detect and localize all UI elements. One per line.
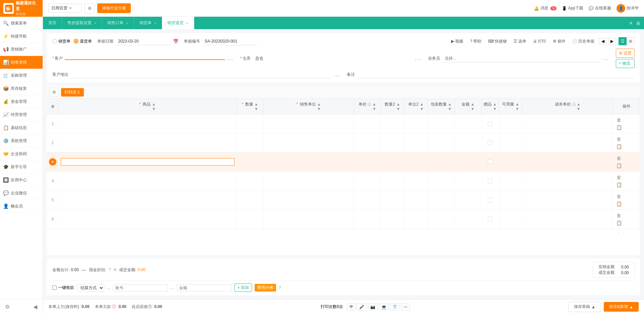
address-dots-btn[interactable]: ...	[334, 72, 340, 78]
address-input[interactable]	[70, 71, 332, 78]
sort-qty-icon[interactable]: ▲▼	[254, 102, 258, 111]
price-cell[interactable]	[354, 133, 381, 152]
question-icon[interactable]: ?	[109, 267, 111, 272]
sort-qty2-icon[interactable]: ▲▼	[396, 102, 400, 111]
delete-row-btn[interactable]: 🗑	[615, 193, 623, 200]
copy-row-btn[interactable]: 📋	[615, 162, 623, 169]
gift-checkbox[interactable]	[488, 217, 492, 222]
amount-cell[interactable]	[454, 114, 481, 133]
table-settings-btn[interactable]: ⚙	[50, 88, 58, 97]
sidebar-item-app-center[interactable]: 🔲 应用中心	[0, 174, 43, 187]
toolbar-help[interactable]: ? 帮助	[468, 38, 483, 45]
gift-checkbox[interactable]	[488, 198, 492, 202]
sidebar-item-ops-mgmt[interactable]: 📈 经营管理	[0, 108, 43, 121]
copy-row-btn[interactable]: 📋	[615, 200, 623, 207]
print-cam-btn[interactable]: 📷	[368, 304, 378, 310]
copy-row-btn[interactable]: 📋	[615, 181, 623, 188]
price-cell[interactable]	[354, 152, 381, 172]
tab-sales-order[interactable]: 销售订单 ×	[102, 17, 134, 29]
tab-close-all-btn[interactable]: ✕	[628, 20, 634, 26]
tab-home[interactable]: 首页	[43, 17, 62, 29]
gift-checkbox[interactable]	[488, 121, 492, 126]
sales-unit-cell[interactable]	[263, 114, 354, 133]
cost-price-cell[interactable]	[523, 152, 613, 172]
gift-checkbox[interactable]	[488, 179, 492, 183]
sidebar-collapse-btn[interactable]: ◀	[31, 302, 40, 311]
expense-help-icon[interactable]: ?	[279, 286, 281, 290]
equals-icon[interactable]: =	[114, 267, 116, 272]
sidebar-item-enterprise-wx[interactable]: 💬 企业微信	[0, 187, 43, 200]
grid-view-btn[interactable]: ⊞	[627, 37, 635, 45]
unit2-cell[interactable]	[404, 152, 428, 172]
expense-split-btn[interactable]: 费用分摊	[255, 284, 276, 292]
pkg-qty-cell[interactable]	[428, 133, 454, 152]
sidebar-item-member[interactable]: 👤 畅会员	[0, 200, 43, 213]
warehouse-value[interactable]: 总仓	[253, 54, 413, 63]
pkg-qty-cell[interactable]	[428, 152, 454, 172]
save-new-btn[interactable]: 保存&新增 ▲	[604, 302, 639, 312]
sidebar-item-finance-mgmt[interactable]: 💰 资金管理	[0, 95, 43, 108]
delete-row-btn[interactable]: 🗑	[615, 231, 623, 233]
warehouse-dots-btn[interactable]: ...	[415, 55, 421, 61]
sidebar-item-enterprise[interactable]: 🤝 企业协同	[0, 147, 43, 161]
gift-checkbox[interactable]	[488, 140, 492, 145]
copy-row-btn[interactable]: 📋	[615, 143, 623, 150]
sidebar-item-quick-nav[interactable]: ⚡ 快捷导航	[0, 30, 43, 43]
tab-close-sales-return[interactable]: ×	[186, 21, 188, 25]
product-cell[interactable]	[59, 114, 237, 133]
gift-checkbox[interactable]	[488, 160, 492, 164]
gift-cell[interactable]	[481, 133, 499, 152]
qty2-cell[interactable]	[381, 114, 404, 133]
sidebar-item-marketing[interactable]: 📢 营销推广	[0, 43, 43, 56]
radio-return[interactable]: 退货单	[74, 39, 92, 44]
quantity-cell[interactable]	[236, 133, 263, 152]
sidebar-settings-btn[interactable]: ⚙	[3, 302, 12, 311]
user-profile[interactable]: 👤 徐泽华	[616, 4, 639, 13]
sidebar-item-new-guide[interactable]: 🎓 新手引导	[0, 161, 43, 174]
available-cell[interactable]	[499, 152, 523, 172]
sort-amount-icon[interactable]: ▲▼	[471, 102, 475, 111]
sort-product-icon[interactable]: ▲▼	[152, 102, 156, 111]
account-input[interactable]	[113, 284, 168, 292]
sidebar-item-basic-info[interactable]: 📋 基础信息	[0, 121, 43, 134]
qty2-cell[interactable]	[381, 133, 404, 152]
sidebar-item-sys-settings[interactable]: ⚙️ 系统管理	[0, 134, 43, 147]
app-download-item[interactable]: 📱 App下载	[562, 5, 583, 11]
logistics-btn[interactable]: + 物流	[616, 59, 635, 68]
quantity-cell[interactable]	[236, 152, 263, 172]
print-more-btn[interactable]: ⋯	[401, 304, 410, 310]
salesperson-dots-btn[interactable]: ...	[603, 55, 609, 61]
column-settings-icon[interactable]: ⚙	[51, 104, 55, 109]
delete-row-btn[interactable]: 🗑	[615, 212, 623, 219]
customer-dots-btn[interactable]: ...	[227, 55, 233, 61]
tab-sales-return[interactable]: 销货退货 ×	[162, 17, 194, 29]
sort-avail-icon[interactable]: ▲▼	[515, 102, 519, 111]
tab-sales-invoice[interactable]: 销货单 ×	[134, 17, 162, 29]
toolbar-print[interactable]: 🖨 打印	[531, 38, 548, 45]
toolbar-video[interactable]: ▶ 视频	[449, 38, 465, 45]
add-row-btn[interactable]: +	[49, 158, 56, 166]
unit2-cell[interactable]	[404, 133, 428, 152]
payment-amount-input[interactable]	[177, 284, 232, 292]
experience-btn[interactable]: 体验行业方案	[97, 3, 131, 13]
tab-close-sales-invoice[interactable]: ×	[154, 21, 156, 25]
delete-row-btn[interactable]: 🗑	[615, 116, 623, 124]
sort-price-icon[interactable]: ▲▼	[372, 102, 376, 111]
product-cell[interactable]	[59, 133, 237, 152]
unit2-cell[interactable]	[404, 114, 428, 133]
header-settings-btn[interactable]: ⚙	[85, 3, 95, 13]
delete-row-btn[interactable]: 🗑	[615, 154, 623, 162]
sort-unit2-icon[interactable]: ▲▼	[420, 102, 424, 111]
nav-prev-btn[interactable]: ◀	[599, 38, 607, 45]
product-input-active[interactable]	[61, 158, 234, 166]
sidebar-item-search-menu[interactable]: 🔍 搜索菜单	[0, 17, 43, 30]
print-mic-btn[interactable]: 🎤	[357, 304, 367, 310]
sales-unit-cell[interactable]	[263, 152, 354, 172]
amount-cell[interactable]	[454, 133, 481, 152]
gift-cell[interactable]	[481, 152, 499, 172]
online-service-item[interactable]: 💬 在线客服	[589, 5, 611, 11]
scan-btn[interactable]: 扫码录入	[61, 88, 84, 97]
sort-cost-icon[interactable]: ▲▼	[577, 102, 581, 111]
sort-gift-icon[interactable]: ▲▼	[493, 102, 497, 111]
list-view-btn[interactable]: ☰	[619, 37, 627, 45]
